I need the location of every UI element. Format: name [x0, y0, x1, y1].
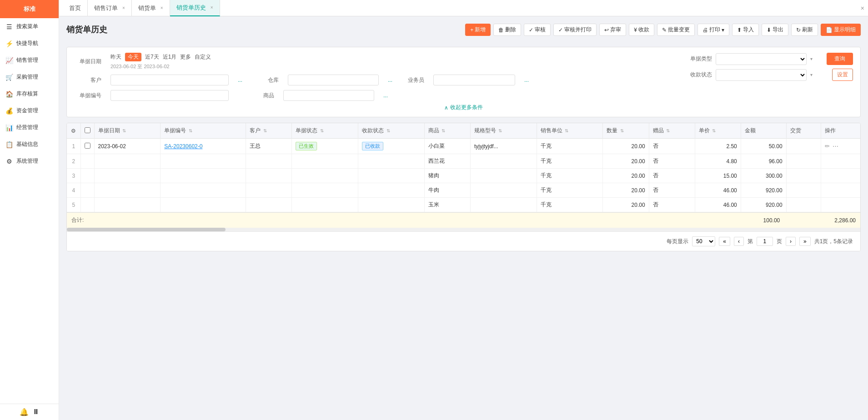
product-input[interactable] — [283, 90, 374, 101]
tab-home[interactable]: 首页 — [63, 0, 88, 16]
print-dropdown-icon: ▾ — [722, 27, 724, 33]
sidebar-item-search-menu[interactable]: ☰ 搜索菜单 — [0, 18, 59, 35]
doctype-select[interactable] — [716, 53, 807, 65]
sidebar-item-operations[interactable]: 📊 经营管理 — [0, 119, 59, 136]
price-col-header[interactable]: 单价 ⇅ — [695, 123, 741, 139]
review-print-button[interactable]: ✓ 审核并打印 — [553, 24, 597, 36]
settings-col-header[interactable]: ⚙ — [67, 123, 80, 139]
batch-icon: ✎ — [662, 27, 667, 33]
table-settings-icon[interactable]: ⚙ — [71, 128, 76, 134]
batch-change-button[interactable]: ✎ 批量变更 — [657, 24, 695, 36]
filter-row-date: 单据日期 昨天 今天 近7天 近1月 更多 自定义 2023-06-02 至 2… — [74, 53, 671, 70]
tab-close-sales-delivery[interactable]: × — [161, 5, 163, 10]
tab-sales-delivery[interactable]: 销货单 × — [132, 0, 170, 16]
review-button[interactable]: ✓ 审核 — [524, 24, 551, 36]
new-button[interactable]: + 新增 — [465, 24, 491, 36]
data-table: ⚙ 单据日期 ⇅ 单据编号 ⇅ — [66, 123, 861, 251]
scrollbar-thumb[interactable] — [67, 228, 226, 231]
date-tab-more[interactable]: 更多 — [180, 53, 191, 61]
query-button[interactable]: 查询 — [827, 53, 853, 65]
warehouse-ellipsis[interactable]: ... — [388, 77, 392, 83]
plus-icon: + — [470, 27, 473, 33]
collapse-button[interactable]: ∧ 收起更多条件 — [74, 104, 853, 111]
last-page-button[interactable]: » — [799, 237, 811, 246]
docno-sort-icon: ⇅ — [189, 128, 192, 133]
gift-col-header[interactable]: 赠品 ⇅ — [649, 123, 695, 139]
collect-button[interactable]: ¥ 收款 — [629, 24, 654, 36]
row-amount-cell: 50.00 — [741, 139, 786, 154]
refresh-button[interactable]: ↻ 刷新 — [791, 24, 818, 36]
unit-col-header[interactable]: 销售单位 ⇅ — [537, 123, 603, 139]
sidebar-item-sys-mgmt[interactable]: ⚙ 系统管理 — [0, 153, 59, 170]
import-button[interactable]: ⬆ 导入 — [732, 24, 759, 36]
warehouse-input[interactable] — [288, 75, 379, 85]
print-button[interactable]: 🖨 打印 ▾ — [697, 24, 729, 36]
main-content: 首页 销售订单 × 销货单 × 销货单历史 × × 销货单历史 + 新增 — [59, 0, 868, 420]
abandon-button[interactable]: ↩ 弃审 — [599, 24, 626, 36]
date-tab-today[interactable]: 今天 — [125, 53, 141, 61]
date-tab-7days[interactable]: 近7天 — [145, 53, 159, 61]
qty-col-header[interactable]: 数量 ⇅ — [603, 123, 649, 139]
date-tab-custom[interactable]: 自定义 — [195, 53, 211, 61]
tab-close-sales-order[interactable]: × — [122, 5, 125, 10]
spec-col-header[interactable]: 规格型号 ⇅ — [471, 123, 537, 139]
settings-button[interactable]: 设置 — [832, 69, 853, 81]
filter-row-docno: 单据编号 商品 ... — [74, 90, 671, 101]
date-range-value: 2023-06-02 至 2023-06-02 — [110, 63, 211, 70]
page-number-input[interactable]: 1 — [757, 237, 773, 246]
footer-totals: 100.00 2,286.00 — [491, 217, 856, 224]
page-body: 销货单历史 + 新增 🗑 删除 ✓ 审核 ✓ 审核并打印 — [59, 16, 868, 420]
select-all-checkbox[interactable] — [85, 127, 90, 133]
footer-label: 合计: — [71, 216, 84, 224]
prev-page-button[interactable]: ‹ — [734, 237, 744, 246]
tab-sales-history[interactable]: 销货单历史 × — [170, 0, 220, 16]
date-tab-1month[interactable]: 近1月 — [163, 53, 177, 61]
row-price-cell: 46.00 — [695, 198, 741, 212]
row-amount-cell: 920.00 — [741, 183, 786, 198]
tab-close-sales-history[interactable]: × — [211, 5, 213, 10]
table-footer: 合计: 100.00 2,286.00 — [67, 212, 860, 228]
more-action-icon[interactable]: ⋯ — [833, 143, 838, 150]
delete-button[interactable]: 🗑 删除 — [493, 24, 521, 36]
row-docno-cell: SA-20230602-0 — [161, 139, 246, 154]
sidebar-item-basic-info[interactable]: 📋 基础信息 — [0, 136, 59, 153]
row-checkbox[interactable] — [85, 143, 90, 149]
sidebar-item-quick-nav[interactable]: ⚡ 快捷导航 — [0, 35, 59, 52]
product-ellipsis[interactable]: ... — [383, 92, 388, 99]
export-button[interactable]: ⬇ 导出 — [762, 24, 788, 36]
customer-col-header[interactable]: 客户 ⇅ — [246, 123, 292, 139]
doc-no-link[interactable]: SA-20230602-0 — [164, 143, 202, 150]
docno-input[interactable] — [110, 90, 229, 101]
sidebar-item-sales-mgmt[interactable]: 📈 销售管理 — [0, 52, 59, 69]
docno-col-header[interactable]: 单据编号 ⇅ — [161, 123, 246, 139]
collect-status-select[interactable] — [716, 69, 807, 81]
sidebar-item-finance[interactable]: 💰 资金管理 — [0, 102, 59, 119]
next-page-button[interactable]: › — [786, 237, 796, 246]
first-page-button[interactable]: « — [719, 237, 730, 246]
sidebar-item-inventory[interactable]: 🏠 库存核算 — [0, 85, 59, 102]
filter-panel: 单据日期 昨天 今天 近7天 近1月 更多 自定义 2023-06-02 至 2… — [66, 47, 861, 117]
edit-action-icon[interactable]: ✏ — [825, 143, 830, 150]
collectstatus-col-header[interactable]: 收款状态 ⇅ — [358, 123, 425, 139]
salesperson-input[interactable] — [433, 75, 515, 85]
show-detail-button[interactable]: 📄 显示明细 — [821, 24, 861, 36]
row-num-cell: 4 — [67, 183, 80, 198]
notification-icon[interactable]: 🔔 — [20, 408, 29, 416]
product-col-header[interactable]: 商品 ⇅ — [424, 123, 470, 139]
pause-icon[interactable]: ⏸ — [32, 408, 40, 416]
per-page-select[interactable]: 10 20 50 100 — [692, 236, 715, 246]
tab-sales-order[interactable]: 销售订单 × — [88, 0, 132, 16]
tab-close-all[interactable]: × — [861, 5, 864, 12]
sidebar-item-purchase-mgmt[interactable]: 🛒 采购管理 — [0, 69, 59, 85]
date-col-header[interactable]: 单据日期 ⇅ — [94, 123, 161, 139]
docstatus-col-header[interactable]: 单据状态 ⇅ — [292, 123, 358, 139]
date-tab-yesterday[interactable]: 昨天 — [110, 53, 121, 61]
print-icon: 🖨 — [702, 27, 708, 33]
sales-history-table: ⚙ 单据日期 ⇅ 单据编号 ⇅ — [67, 123, 860, 212]
per-page-label: 每页显示 — [667, 238, 688, 245]
row-action-cell — [821, 154, 860, 169]
salesperson-ellipsis[interactable]: ... — [524, 77, 529, 83]
customer-ellipsis[interactable]: ... — [238, 77, 242, 83]
horizontal-scrollbar[interactable] — [67, 228, 860, 231]
customer-input[interactable] — [110, 75, 229, 85]
